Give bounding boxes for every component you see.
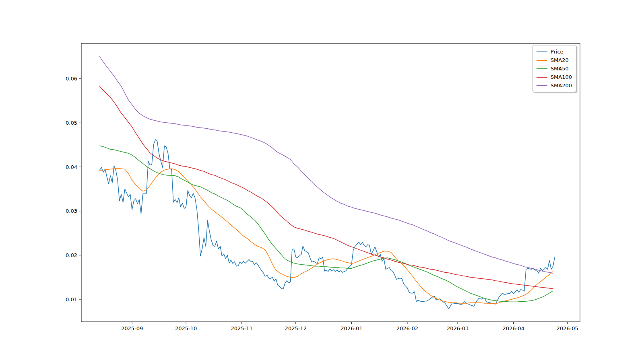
x-tick-label: 2025-11: [231, 325, 253, 331]
x-tick-label: 2026-03: [447, 325, 469, 331]
x-tick-label: 2026-02: [396, 325, 418, 331]
legend-swatch-sma200: [537, 85, 547, 86]
y-tick-label: 0.03: [66, 208, 77, 214]
x-tick-label: 2025-12: [285, 325, 307, 331]
y-tick-label: 0.05: [66, 120, 77, 126]
x-tick-label: 2026-04: [502, 325, 524, 331]
legend-label: SMA200: [551, 82, 572, 89]
legend-label: SMA20: [551, 57, 569, 64]
y-tick-label: 0.02: [66, 252, 77, 258]
legend-entry-sma100: SMA100: [537, 74, 572, 80]
legend-entry-sma50: SMA50: [537, 65, 572, 72]
legend-swatch-sma50: [537, 68, 547, 69]
x-tick-label: 2026-01: [341, 325, 362, 331]
legend-entry-sma20: SMA20: [537, 57, 572, 64]
legend-entry-price: Price: [537, 48, 572, 55]
legend-swatch-sma100: [537, 77, 547, 78]
legend-label: Price: [551, 48, 564, 55]
x-tick-label: 2025-09: [121, 325, 143, 331]
plot-area: [81, 43, 580, 322]
x-tick-label: 2026-05: [557, 325, 578, 331]
legend-entry-sma200: SMA200: [537, 82, 572, 89]
legend-swatch-sma20: [537, 60, 547, 61]
legend-swatch-price: [537, 51, 547, 52]
y-tick-label: 0.04: [66, 164, 77, 170]
x-tick-label: 2025-10: [175, 325, 197, 331]
legend-label: SMA100: [551, 74, 572, 80]
y-tick-label: 0.06: [66, 76, 77, 82]
legend-label: SMA50: [551, 65, 569, 72]
y-tick-label: 0.01: [66, 296, 77, 302]
legend: PriceSMA20SMA50SMA100SMA200: [533, 45, 576, 92]
figure-canvas: 2025-092025-102025-112025-122026-012026-…: [0, 0, 644, 362]
